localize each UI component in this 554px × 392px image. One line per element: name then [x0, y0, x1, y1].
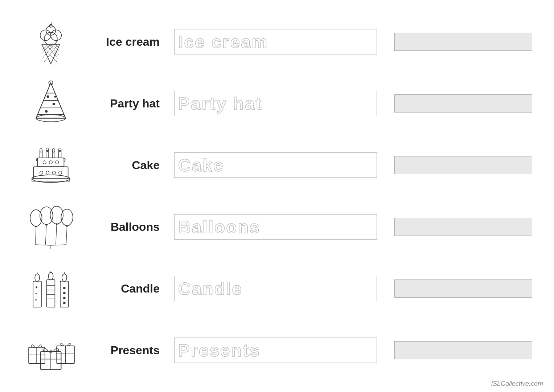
- svg-point-58: [66, 225, 67, 226]
- presents-label: Presents: [94, 344, 160, 357]
- svg-point-35: [59, 148, 61, 151]
- balloons-label: Balloons: [94, 220, 160, 234]
- svg-rect-36: [38, 158, 64, 167]
- svg-point-41: [40, 171, 43, 174]
- svg-point-76: [63, 297, 65, 299]
- svg-line-54: [66, 226, 67, 245]
- row-candle: ★ ★ ★: [22, 262, 532, 315]
- svg-point-56: [46, 224, 47, 225]
- svg-point-32: [40, 148, 42, 152]
- svg-point-71: [49, 272, 53, 280]
- ice-cream-image: [22, 18, 80, 65]
- candle-trace[interactable]: Candle: [174, 276, 377, 301]
- party-hat-label: Party hat: [94, 97, 160, 110]
- svg-point-64: [35, 274, 40, 281]
- candle-image: ★ ★ ★: [22, 265, 80, 312]
- svg-text:★: ★: [35, 292, 37, 295]
- svg-point-25: [53, 103, 55, 105]
- ice-cream-trace[interactable]: Ice cream: [174, 29, 377, 54]
- svg-point-78: [62, 274, 67, 281]
- row-party-hat: Party hat Party hat: [22, 77, 532, 130]
- svg-point-44: [59, 171, 62, 174]
- worksheet: Ice cream Ice cream: [0, 0, 554, 392]
- svg-point-75: [63, 292, 65, 294]
- svg-point-38: [49, 161, 53, 164]
- svg-point-77: [63, 302, 65, 304]
- party-hat-trace-text: Party hat: [178, 94, 262, 114]
- cake-image: [22, 142, 80, 189]
- svg-rect-40: [33, 167, 68, 179]
- ice-cream-label: Ice cream: [94, 35, 160, 49]
- presents-write-box[interactable]: [394, 341, 532, 359]
- svg-point-57: [56, 224, 57, 225]
- svg-point-34: [52, 148, 55, 152]
- presents-image: [22, 327, 80, 374]
- presents-trace[interactable]: Presents: [174, 338, 377, 363]
- svg-marker-0: [42, 45, 60, 64]
- balloons-trace-text: Balloons: [178, 217, 260, 237]
- ice-cream-trace-text: Ice cream: [178, 32, 268, 52]
- svg-point-26: [45, 111, 47, 113]
- svg-rect-46: [32, 179, 70, 181]
- svg-line-48: [36, 226, 36, 244]
- candle-trace-text: Candle: [178, 279, 243, 299]
- svg-text:★: ★: [35, 298, 37, 301]
- svg-point-42: [46, 171, 49, 174]
- svg-line-52: [56, 224, 57, 245]
- svg-point-37: [43, 161, 46, 164]
- cake-write-box[interactable]: [394, 156, 532, 174]
- svg-line-16: [51, 23, 52, 24]
- cake-label: Cake: [94, 159, 160, 172]
- cake-trace[interactable]: Cake: [174, 152, 377, 178]
- candle-label: Candle: [94, 282, 160, 295]
- svg-point-39: [56, 161, 59, 164]
- presents-trace-text: Presents: [178, 340, 260, 360]
- svg-line-9: [42, 45, 50, 53]
- balloons-write-box[interactable]: [394, 218, 532, 236]
- svg-point-27: [55, 96, 56, 97]
- party-hat-image: [22, 80, 80, 127]
- svg-text:★: ★: [35, 285, 38, 289]
- party-hat-write-box[interactable]: [394, 94, 532, 113]
- party-hat-trace[interactable]: Party hat: [174, 91, 377, 116]
- candle-write-box[interactable]: [394, 279, 532, 298]
- svg-point-24: [47, 96, 49, 98]
- svg-point-55: [36, 226, 37, 227]
- row-cake: Cake Cake: [22, 139, 532, 192]
- row-presents: Presents Presents: [22, 324, 532, 377]
- svg-point-74: [63, 287, 65, 289]
- svg-point-43: [52, 171, 56, 174]
- balloons-image: [22, 203, 80, 250]
- svg-point-33: [46, 148, 49, 151]
- row-balloons: Balloons Balloons: [22, 201, 532, 253]
- balloons-trace[interactable]: Balloons: [174, 214, 377, 240]
- svg-line-50: [45, 225, 46, 245]
- cake-trace-text: Cake: [178, 155, 224, 175]
- svg-rect-66: [47, 280, 55, 307]
- ice-cream-write-box[interactable]: [394, 33, 532, 51]
- row-ice-cream: Ice cream Ice cream: [22, 16, 532, 68]
- watermark: iSLCollective.com: [491, 380, 543, 388]
